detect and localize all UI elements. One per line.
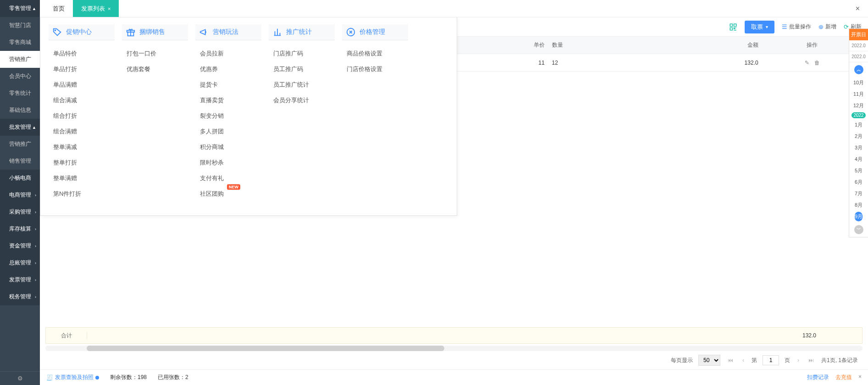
sidebar-item-ws-marketing[interactable]: 营销推广	[0, 136, 40, 153]
caret-right-icon: ›	[35, 193, 36, 198]
mega-col-pricing: 价格管理 商品价格设置 门店价格设置	[338, 24, 412, 202]
page-first[interactable]: ⏮	[726, 357, 735, 363]
sidebar-item-marketing[interactable]: 营销推广	[0, 51, 40, 68]
mega-link[interactable]: 优惠套餐	[122, 61, 188, 77]
recharge-link[interactable]: 去充值	[835, 374, 852, 381]
timeline-month-active[interactable]: 9月	[855, 212, 862, 221]
tabs-close-all[interactable]: ×	[852, 5, 863, 13]
mega-link[interactable]: 裂变分销	[195, 108, 261, 124]
horizontal-scrollbar[interactable]	[45, 346, 862, 351]
mega-link[interactable]: 支付有礼	[195, 170, 261, 186]
sidebar-item-basic-info[interactable]: 基础信息	[0, 102, 40, 119]
per-page-select[interactable]: 50	[698, 355, 720, 366]
mega-link-community[interactable]: 社区团购 NEW	[195, 186, 261, 202]
mega-link[interactable]: 打包一口价	[122, 46, 188, 61]
timeline-month[interactable]: 6月	[849, 176, 868, 188]
mega-link[interactable]: 商品价格设置	[342, 46, 408, 61]
mega-link-label: 社区团购	[200, 190, 224, 197]
scroll-top-icon[interactable]: ︽	[854, 65, 863, 74]
sidebar-item-ecommerce[interactable]: 电商管理›	[0, 187, 40, 204]
mega-link[interactable]: 员工推广统计	[269, 77, 335, 93]
sidebar-item-retail-stats[interactable]: 零售统计	[0, 85, 40, 102]
mega-link[interactable]: 单品特价	[49, 46, 115, 61]
mega-link[interactable]: 门店推广码	[269, 46, 335, 61]
timeline-month[interactable]: 2月	[849, 131, 868, 142]
scrollbar-thumb[interactable]	[87, 346, 444, 351]
page-input[interactable]	[763, 355, 779, 365]
sidebar-item-inventory[interactable]: 库存核算›	[0, 220, 40, 237]
scroll-down-icon[interactable]: ︾	[854, 225, 863, 234]
mega-link[interactable]: 整单满减	[49, 139, 115, 155]
timeline-month[interactable]: 1月	[849, 119, 868, 131]
mega-link[interactable]: 组合打折	[49, 108, 115, 124]
page-prev[interactable]: ‹	[741, 357, 746, 363]
sidebar-item-funds[interactable]: 资金管理›	[0, 237, 40, 254]
sidebar-item-purchase[interactable]: 采购管理›	[0, 204, 40, 220]
mega-link[interactable]: 整单打折	[49, 155, 115, 170]
timeline-month[interactable]: 5月	[849, 165, 868, 176]
tab-label: 发票列表	[81, 5, 105, 13]
th-qty: 数量	[548, 37, 649, 54]
mega-link[interactable]: 积分商城	[195, 139, 261, 155]
mega-col-marketing: 营销玩法 会员拉新 优惠券 提货卡 直播卖货 裂变分销 多人拼团 积分商城 限时…	[192, 24, 265, 202]
timeline-year[interactable]: 2022.0	[849, 40, 868, 51]
qr-icon[interactable]	[729, 23, 737, 31]
timeline-month[interactable]: 8月	[849, 199, 868, 211]
timeline-year-badge: 2022	[851, 112, 865, 118]
tab-home[interactable]: 首页	[44, 0, 73, 17]
sidebar-label: 零售管理	[9, 5, 31, 12]
timeline-month[interactable]: 4月	[849, 154, 868, 165]
price-icon	[346, 27, 356, 37]
plus-icon: ⊕	[818, 23, 824, 30]
mega-link[interactable]: 会员分享统计	[269, 93, 335, 108]
timeline-month[interactable]: 3月	[849, 142, 868, 154]
sidebar-item-invoice[interactable]: 发票管理›	[0, 271, 40, 288]
mega-link[interactable]: 整单满赠	[49, 170, 115, 186]
sidebar-item-retail-mall[interactable]: 零售商城	[0, 34, 40, 51]
timeline-month[interactable]: 7月	[849, 188, 868, 199]
close-icon[interactable]: ×	[108, 6, 111, 11]
settings-button[interactable]: ⚙	[0, 371, 40, 385]
delete-icon[interactable]: 🗑	[814, 60, 820, 66]
page-next[interactable]: ›	[796, 357, 801, 363]
edit-icon[interactable]: ✎	[805, 60, 809, 66]
fetch-invoice-button[interactable]: 取票 ▾	[745, 21, 774, 33]
timeline-month[interactable]: 12月	[849, 100, 868, 111]
mega-link[interactable]: 会员拉新	[195, 46, 261, 61]
status-close-icon[interactable]: ×	[858, 374, 862, 381]
timeline-badge[interactable]: 开票日	[849, 29, 868, 40]
verify-link[interactable]: 🧾 发票查验及拍照	[46, 374, 99, 381]
sidebar-item-sales-mgmt[interactable]: 销售管理	[0, 153, 40, 170]
sidebar-item-ledger[interactable]: 总账管理›	[0, 254, 40, 271]
mega-link[interactable]: 单品打折	[49, 61, 115, 77]
batch-button[interactable]: ☰批量操作	[782, 23, 811, 31]
sidebar-label: 税务管理	[9, 293, 31, 301]
tab-invoice-list[interactable]: 发票列表 ×	[73, 0, 119, 17]
page-last[interactable]: ⏭	[807, 357, 816, 363]
sidebar-item-xiaochang[interactable]: 小畅电商	[0, 170, 40, 187]
sidebar-section-retail[interactable]: 零售管理▲	[0, 0, 40, 17]
mega-link[interactable]: 组合满减	[49, 93, 115, 108]
sidebar-item-tax[interactable]: 税务管理›	[0, 288, 40, 305]
mega-link[interactable]: 单品满赠	[49, 77, 115, 93]
sidebar-item-member[interactable]: 会员中心	[0, 68, 40, 85]
mega-title: 营销玩法	[213, 28, 238, 36]
mega-link[interactable]: 第N件打折	[49, 186, 115, 202]
mega-link[interactable]: 优惠券	[195, 61, 261, 77]
mega-link[interactable]: 直播卖货	[195, 93, 261, 108]
timeline-month[interactable]: 11月	[849, 88, 868, 100]
sidebar-section-wholesale[interactable]: 批发管理▲	[0, 119, 40, 136]
mega-link[interactable]: 组合满赠	[49, 124, 115, 139]
add-button[interactable]: ⊕新增	[818, 23, 836, 31]
mega-link[interactable]: 多人拼团	[195, 124, 261, 139]
sidebar-item-smart-store[interactable]: 智慧门店	[0, 17, 40, 34]
mega-link[interactable]: 员工推广码	[269, 61, 335, 77]
timeline-year[interactable]: 2022.0	[849, 51, 868, 62]
mega-link[interactable]: 提货卡	[195, 77, 261, 93]
per-page-label: 每页显示	[671, 357, 693, 364]
mega-link[interactable]: 限时秒杀	[195, 155, 261, 170]
svg-point-0	[55, 30, 56, 31]
timeline-month[interactable]: 10月	[849, 77, 868, 88]
deduct-link[interactable]: 扣费记录	[807, 374, 829, 381]
mega-link[interactable]: 门店价格设置	[342, 61, 408, 77]
